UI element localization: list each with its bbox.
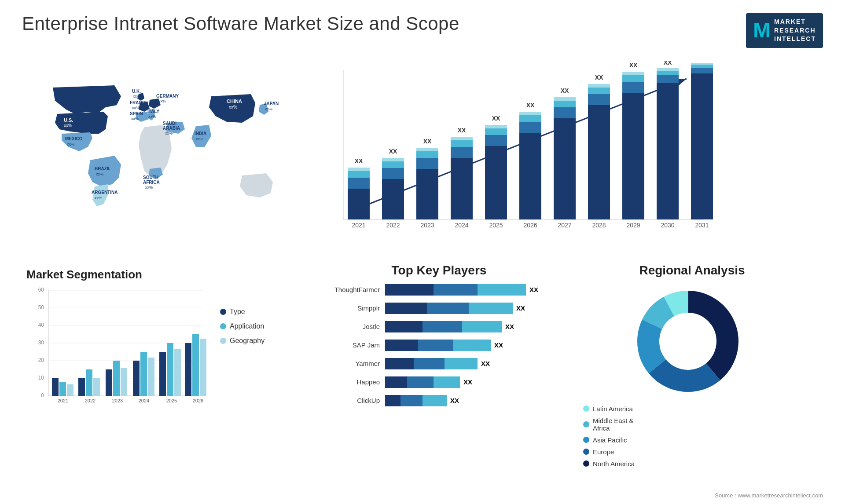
us-label: U.S. xyxy=(64,117,73,123)
bar-2027: XX 2027 xyxy=(554,87,576,229)
svg-text:40: 40 xyxy=(38,322,44,328)
bar-2023: XX 2023 xyxy=(416,138,438,229)
svg-rect-73 xyxy=(121,368,127,396)
player-bar-6: XX xyxy=(385,395,557,406)
brazil-value: xx% xyxy=(96,172,103,176)
legend-type: Type xyxy=(220,308,265,316)
bar-label-2027: XX xyxy=(561,87,569,94)
svg-rect-85 xyxy=(200,339,206,396)
growth-chart-svg: XX 2021 XX 2022 xyxy=(317,61,713,255)
svg-rect-45 xyxy=(691,68,713,73)
svg-rect-38 xyxy=(622,75,644,82)
year-2025: 2025 xyxy=(489,222,503,229)
bar-label-2025: XX xyxy=(492,115,500,122)
svg-rect-72 xyxy=(113,361,120,396)
canada-value: xx% xyxy=(80,97,88,102)
svg-rect-8 xyxy=(382,179,404,219)
seg-mid-4 xyxy=(414,358,445,369)
svg-rect-18 xyxy=(451,140,473,147)
player-bar-segments-3 xyxy=(385,340,491,351)
player-bar-1: XX xyxy=(385,303,557,314)
seg-light-4 xyxy=(445,358,478,369)
player-bar-0: XX xyxy=(385,284,557,296)
svg-rect-69 xyxy=(93,378,100,396)
player-row-5: Happeo XX xyxy=(321,376,557,388)
bar-label-2022: XX xyxy=(389,148,397,155)
svg-rect-13 xyxy=(416,158,438,169)
legend-latin-dot xyxy=(583,405,589,412)
italy-label: ITALY xyxy=(147,109,160,114)
svg-rect-22 xyxy=(485,128,507,135)
svg-rect-42 xyxy=(657,71,679,75)
svg-rect-23 xyxy=(485,125,507,128)
bar-2029: XX 2029 xyxy=(622,62,644,229)
legend-na-dot xyxy=(583,460,589,467)
svg-rect-67 xyxy=(78,378,85,396)
bar-2021: XX 2021 xyxy=(348,157,370,229)
year-2028: 2028 xyxy=(592,222,606,229)
bar-2028: XX 2028 xyxy=(588,74,610,229)
player-value-4: XX xyxy=(481,360,490,367)
player-row-2: Jostle XX xyxy=(321,321,557,332)
bar-2030: XX 2030 xyxy=(657,61,679,229)
legend-latin-label: Latin America xyxy=(593,405,633,413)
player-name-5: Happeo xyxy=(321,378,385,386)
logo-box: M MARKET RESEARCH INTELLECT xyxy=(746,13,823,48)
germany-value: xx% xyxy=(158,99,166,103)
segmentation-legend: Type Application Geography xyxy=(220,308,265,345)
seg-dark-5 xyxy=(385,376,407,388)
china-value: xx% xyxy=(229,105,237,110)
bar-2024: XX 2024 xyxy=(451,127,473,229)
player-row-3: SAP Jam XX xyxy=(321,340,557,351)
legend-type-dot xyxy=(220,309,226,315)
legend-application-label: Application xyxy=(230,322,264,330)
donut-segments xyxy=(648,302,727,381)
seg-light-6 xyxy=(422,395,447,406)
svg-rect-5 xyxy=(348,178,370,189)
bar-label-2023: XX xyxy=(423,138,432,145)
donut-hole xyxy=(661,315,714,368)
seg-mid-6 xyxy=(400,395,422,406)
player-bar-3: XX xyxy=(385,340,557,351)
svg-text:2023: 2023 xyxy=(112,398,123,403)
bottom-right-section: Top Key Players ThoughtFarmer XX xyxy=(308,263,823,490)
bar-label-2030: XX xyxy=(664,61,672,66)
legend-apac-label: Asia Pacific xyxy=(593,436,627,444)
player-name-4: Yammer xyxy=(321,360,385,367)
player-value-5: XX xyxy=(463,378,472,386)
svg-rect-6 xyxy=(348,171,370,178)
svg-rect-21 xyxy=(485,135,507,146)
bar-2026: XX 2026 xyxy=(519,102,541,229)
source-text: Source : www.marketresearchintellect.com xyxy=(715,492,823,499)
svg-text:50: 50 xyxy=(38,304,44,310)
legend-mea: Middle East &Africa xyxy=(583,417,810,432)
seg-mid-1 xyxy=(427,303,469,314)
china-label: CHINA xyxy=(227,99,242,104)
player-bar-segments-2 xyxy=(385,321,502,332)
seg-light-1 xyxy=(469,303,513,314)
svg-text:2025: 2025 xyxy=(166,398,177,403)
year-2027: 2027 xyxy=(558,222,571,229)
svg-rect-29 xyxy=(554,107,576,118)
year-2026: 2026 xyxy=(523,222,537,229)
player-bar-segments-6 xyxy=(385,395,447,406)
svg-rect-39 xyxy=(622,72,644,75)
svg-rect-28 xyxy=(554,118,576,219)
player-bar-segments-4 xyxy=(385,358,478,369)
year-2022: 2022 xyxy=(386,222,400,229)
legend-application-dot xyxy=(220,323,226,329)
india-label: INDIA xyxy=(195,131,206,136)
germany-label: GERMANY xyxy=(156,94,179,99)
svg-rect-14 xyxy=(416,151,438,158)
player-bar-segments-1 xyxy=(385,303,513,314)
player-value-3: XX xyxy=(494,341,503,349)
legend-mea-dot xyxy=(583,421,589,427)
map-section: CANADA xx% U.S. xx% MEXICO xx% BRAZIL xx… xyxy=(22,57,304,259)
seg-mid-2 xyxy=(422,321,462,332)
mexico-label: MEXICO xyxy=(65,136,83,141)
player-row-1: Simpplr XX xyxy=(321,303,557,314)
svg-rect-26 xyxy=(519,115,541,122)
svg-rect-25 xyxy=(519,122,541,133)
seg-light-0 xyxy=(478,284,526,296)
regional-section: Regional Analysis xyxy=(566,263,819,490)
